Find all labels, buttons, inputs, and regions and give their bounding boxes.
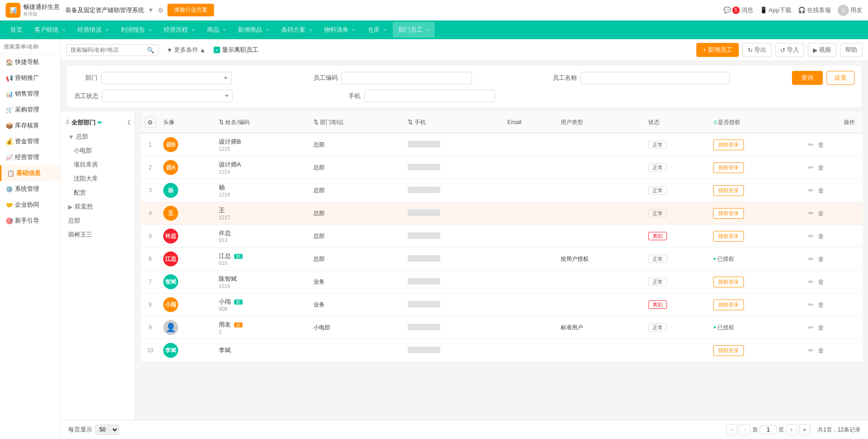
app-download-action[interactable]: 📱 App下载 [760,6,792,14]
delete-icon-1[interactable]: 🗑 [818,141,824,148]
edit-icon-2[interactable]: ✏ [808,164,814,171]
dept-tree-xiaodiandept[interactable]: 小电部 [61,144,135,158]
first-page-btn[interactable]: « [726,424,737,435]
nav-history[interactable]: 经营历程 × [158,22,200,38]
authorize-btn-1[interactable]: 授权登录 [713,139,744,150]
nav-barcode-close[interactable]: × [309,27,312,33]
sidebar-item-purchase[interactable]: 🛒 采购管理 [0,102,60,118]
sidebar-item-finance[interactable]: 💰 资金管理 [0,133,60,149]
sidebar-item-system[interactable]: ⚙️ 系统管理 [0,181,60,197]
add-employee-button[interactable]: + 新增员工 [696,43,739,57]
sidebar-item-basic[interactable]: 📋 基础信息 [0,165,60,181]
authorize-btn-5[interactable]: 授权登录 [713,231,744,242]
edit-icon-6[interactable]: ✏ [808,255,814,263]
nav-new-goods[interactable]: 新增商品 × [232,22,274,38]
filter-phone-input[interactable] [364,90,495,102]
dept-edit-icon[interactable]: ✏ [97,119,102,126]
delete-icon-10[interactable]: 🗑 [818,347,824,354]
nav-warehouse-close[interactable]: × [383,27,386,33]
edit-icon-10[interactable]: ✏ [808,347,814,354]
export-button[interactable]: ↻ 导出 [743,43,771,57]
dept-tree-shuangluan[interactable]: ▶ 双鸾想 [61,200,135,214]
col-phone[interactable]: ⇅ 手机 [404,112,503,133]
last-page-btn[interactable]: » [799,424,810,435]
next-page-btn[interactable]: › [786,424,797,435]
edit-icon-5[interactable]: ✏ [808,232,814,240]
dept-tree-zongbu[interactable]: ▼ 总部 [61,130,135,144]
query-button[interactable]: 查询 [792,71,823,85]
dept-collapse-icon[interactable]: 《 [125,119,130,127]
prev-page-btn[interactable]: ‹ [739,424,750,435]
user-action[interactable]: U 用友 [838,5,862,16]
edit-icon-1[interactable]: ✏ [808,141,814,148]
filter-more-btn[interactable]: ▼ 更多条件 ▲ [162,43,210,56]
search-input[interactable] [70,47,145,53]
nav-goods[interactable]: 商品 × [201,22,231,38]
dept-tree-zongbu2[interactable]: 总部 [61,214,135,228]
filter-dept-select[interactable] [101,72,232,84]
delete-icon-6[interactable]: 🗑 [818,255,824,263]
nav-material[interactable]: 物料清单 × [319,22,361,38]
nav-barcode[interactable]: 条码方案 × [276,22,318,38]
filter-emp-status-select[interactable] [102,90,233,102]
help-button[interactable]: 帮助 [840,43,862,57]
sidebar-item-collab[interactable]: 🤝 企业协同 [0,197,60,213]
sidebar-item-inventory[interactable]: 📦 库存核算 [0,118,60,133]
nav-home[interactable]: 首页 [5,22,28,38]
filter-emp-name-input[interactable] [581,72,730,84]
nav-profit-close[interactable]: × [149,27,152,33]
nav-goods-close[interactable]: × [223,27,226,33]
trial-button[interactable]: 体验行业方案 [167,4,214,16]
delete-icon-5[interactable]: 🗑 [818,232,824,240]
authorize-btn-3[interactable]: 授权登录 [713,185,744,196]
authorize-btn-7[interactable]: 授权登录 [713,277,744,287]
authorize-btn-4[interactable]: 授权登录 [713,208,744,219]
dept-tree-shenyang[interactable]: 沈阳大库 [61,172,135,186]
delete-icon-3[interactable]: 🗑 [818,187,824,194]
delete-icon-8[interactable]: 🗑 [818,301,824,308]
dept-tree-peihuo[interactable]: 配货 [61,186,135,200]
col-settings[interactable]: ⚙ [141,112,160,133]
sidebar-item-marketing[interactable]: 📢 营销推广 [0,70,60,86]
dept-tree-xiangmu[interactable]: 项目库房 [61,158,135,172]
dept-tree-zhangwang[interactable]: 插树王三 [61,228,135,242]
nav-operation-close[interactable]: × [105,27,108,33]
sidebar-item-shortcut[interactable]: 🏠 快捷导航 [0,54,60,70]
delete-icon-2[interactable]: 🗑 [818,164,824,171]
edit-icon-4[interactable]: ✏ [808,209,814,217]
column-settings-icon[interactable]: ⚙ [145,117,156,128]
nav-warehouse[interactable]: 仓库 × [362,22,392,38]
col-dept-position[interactable]: ⇅ 部门/职位 [310,112,404,133]
delete-icon-7[interactable]: 🗑 [818,278,824,286]
delete-icon-9[interactable]: 🗑 [818,324,824,331]
nav-history-close[interactable]: × [192,27,194,33]
authorize-btn-2[interactable]: 授权登录 [713,162,744,173]
online-service-action[interactable]: 🎧 在线客服 [798,6,831,14]
edit-icon-7[interactable]: ✏ [808,278,814,286]
nav-material-close[interactable]: × [352,27,355,33]
nav-profit[interactable]: 利润报告 × [115,22,157,38]
authorize-btn-8[interactable]: 授权登录 [713,300,744,310]
nav-operation[interactable]: 经营情况 × [72,22,114,38]
nav-customer-close[interactable]: × [62,27,65,33]
message-action[interactable]: 💬 5 消息 [723,6,753,14]
show-resigned-checkbox[interactable]: ✓ 显示离职员工 [214,46,258,54]
nav-dept-employee-close[interactable]: × [426,27,429,33]
sidebar-search-input[interactable] [4,43,61,50]
delete-icon-4[interactable]: 🗑 [818,209,824,217]
col-name-code[interactable]: ⇅ 姓名/编码 [215,112,310,133]
filter-emp-code-input[interactable] [341,72,472,84]
dropdown-icon[interactable]: ▼ [148,7,154,14]
edit-icon-9[interactable]: ✏ [808,324,814,331]
settings-icon[interactable]: ⚙ [158,7,164,14]
nav-customer[interactable]: 客户联络 × [29,22,71,38]
view-button[interactable]: ▶ 视频 [808,43,836,57]
edit-icon-3[interactable]: ✏ [808,187,814,194]
sidebar-item-guide[interactable]: 🎯 新手引导 [0,213,60,229]
set-button[interactable]: 设置 [826,71,854,85]
import-button[interactable]: ↺ 导入 [775,43,804,57]
edit-icon-8[interactable]: ✏ [808,301,814,308]
page-size-select[interactable]: 10 20 50 100 [95,425,119,435]
page-number-input[interactable] [760,425,777,434]
nav-dept-employee[interactable]: 部门员工 × [393,22,435,38]
